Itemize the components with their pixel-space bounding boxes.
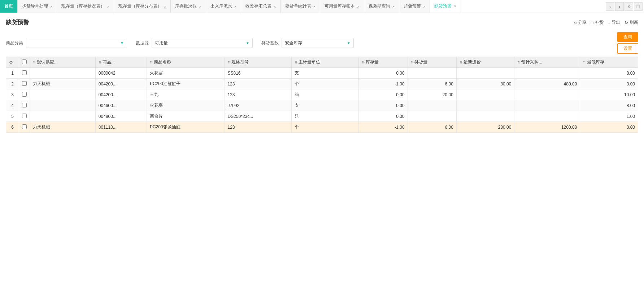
- row-est-purchase: [514, 89, 580, 100]
- datasource-filter: 数据源 可用量 ▼: [136, 38, 253, 48]
- row-checkbox-cell[interactable]: [19, 79, 30, 89]
- row-stock: 0.00: [359, 111, 408, 122]
- tab-prev-button[interactable]: ‹: [606, 2, 614, 11]
- close-icon[interactable]: ×: [313, 4, 316, 9]
- close-icon[interactable]: ×: [107, 4, 109, 9]
- close-icon[interactable]: ×: [50, 4, 52, 9]
- tab-bar: 首页 拣货异常处理 × 现存量（库存状况表） × 现存量（库存分布表） × 库存…: [0, 0, 644, 13]
- tab-shortage[interactable]: 缺货预警 ×: [430, 0, 461, 13]
- tab-flow[interactable]: 出入库流水 ×: [206, 0, 241, 13]
- tab-inventory-dist[interactable]: 现存量（库存分布表） ×: [114, 0, 171, 13]
- close-icon[interactable]: ×: [234, 4, 236, 9]
- column-est-purchase[interactable]: 预计采购...: [514, 57, 580, 68]
- table-row[interactable]: 1 0000042 火花塞 SS816 支 0.00 8.00: [6, 68, 638, 79]
- table-row[interactable]: 3 004200... 三九 123 箱 0.00 20.00 10.00: [6, 89, 638, 100]
- replenish-icon: □: [591, 20, 593, 25]
- refresh-button[interactable]: ↻ 刷新: [625, 19, 638, 26]
- export-label: 导出: [612, 19, 620, 26]
- column-min-stock[interactable]: 最低库存: [580, 57, 638, 68]
- row-latest-price: 80.00: [456, 79, 514, 89]
- column-product-name[interactable]: 商品名称: [147, 57, 225, 68]
- chevron-down-icon: ▼: [120, 41, 124, 45]
- export-button[interactable]: ↓ 导出: [608, 19, 620, 26]
- filter-actions: 查询 设置: [617, 32, 638, 54]
- row-replenish: [408, 68, 456, 79]
- row-replenish: 6.00: [408, 79, 456, 89]
- tab-expiry[interactable]: 保质期查询 ×: [364, 0, 399, 13]
- column-settings[interactable]: ⚙: [6, 57, 19, 68]
- row-checkbox-cell[interactable]: [19, 111, 30, 122]
- row-checkbox-cell[interactable]: [19, 68, 30, 79]
- row-checkbox-cell[interactable]: [19, 122, 30, 133]
- tab-inventory-status[interactable]: 现存量（库存状况表） ×: [57, 0, 114, 13]
- row-latest-price: [456, 89, 514, 100]
- row-spec: J7092: [225, 100, 292, 111]
- export-icon: ↓: [608, 20, 610, 25]
- row-est-purchase: 1200.00: [514, 122, 580, 133]
- share-button[interactable]: ⎋ 分享: [574, 19, 587, 26]
- share-label: 分享: [578, 19, 587, 26]
- replenish-base-value: 安全库存: [285, 40, 302, 46]
- row-checkbox[interactable]: [22, 92, 27, 97]
- filter-row: 商品分类 ▼ 数据源 可用量 ▼ 补货基数 安全库存 ▼ 查询 设置: [6, 32, 638, 54]
- close-icon[interactable]: ×: [274, 4, 276, 9]
- tab-label: 拣货异常处理: [22, 3, 48, 9]
- column-replenish[interactable]: 补货量: [408, 57, 456, 68]
- row-stock: -1.00: [359, 122, 408, 133]
- tab-receive[interactable]: 收发存汇总表 ×: [241, 0, 280, 13]
- row-checkbox[interactable]: [22, 70, 27, 75]
- row-checkbox[interactable]: [22, 124, 27, 129]
- row-checkbox-cell[interactable]: [19, 89, 30, 100]
- row-checkbox[interactable]: [22, 81, 27, 86]
- tab-available[interactable]: 可用量库存账本 ×: [320, 0, 364, 13]
- close-icon[interactable]: ×: [164, 4, 166, 9]
- column-product-code[interactable]: 商品...: [95, 57, 147, 68]
- table-row[interactable]: 6 力天机械 801110... PC200张紧油缸 123 个 -1.00 6…: [6, 122, 638, 133]
- row-min-stock: 1.00: [580, 111, 638, 122]
- select-all-checkbox[interactable]: [22, 59, 27, 64]
- column-supplier[interactable]: 默认供应...: [30, 57, 96, 68]
- column-latest-price[interactable]: 最新进价: [456, 57, 514, 68]
- row-checkbox[interactable]: [22, 103, 27, 107]
- category-select[interactable]: ▼: [26, 38, 127, 48]
- row-product-name: 三九: [147, 89, 225, 100]
- row-min-stock: 3.00: [580, 79, 638, 89]
- row-index: 2: [6, 79, 19, 89]
- row-checkbox-cell[interactable]: [19, 100, 30, 111]
- tab-next-button[interactable]: ›: [615, 2, 624, 11]
- replenish-base-filter: 补货基数 安全库存 ▼: [261, 38, 354, 48]
- close-icon[interactable]: ×: [357, 4, 359, 9]
- datasource-select[interactable]: 可用量 ▼: [152, 38, 253, 48]
- row-latest-price: [456, 111, 514, 122]
- replenish-button[interactable]: □ 补货: [591, 19, 604, 26]
- column-spec[interactable]: 规格型号: [225, 57, 292, 68]
- tab-abnormal[interactable]: 拣货异常处理 ×: [18, 0, 57, 13]
- replenish-base-select[interactable]: 安全库存 ▼: [282, 38, 354, 48]
- settings-button[interactable]: 设置: [617, 43, 638, 54]
- table-row[interactable]: 4 004600... 火花塞 J7092 支 0.00 8.00: [6, 100, 638, 111]
- row-product-name: 火花塞: [147, 100, 225, 111]
- row-checkbox[interactable]: [22, 114, 27, 118]
- tab-requisition[interactable]: 要货单统计表 ×: [281, 0, 320, 13]
- query-button[interactable]: 查询: [617, 32, 638, 42]
- close-icon[interactable]: ×: [423, 4, 425, 9]
- close-icon[interactable]: ×: [199, 4, 201, 9]
- row-latest-price: 200.00: [456, 122, 514, 133]
- tab-label: 现存量（库存分布表）: [118, 3, 162, 9]
- column-stock[interactable]: 库存量: [359, 57, 408, 68]
- row-replenish: 6.00: [408, 122, 456, 133]
- tab-overstock[interactable]: 超储预警 ×: [399, 0, 430, 13]
- tab-maximize-button[interactable]: □: [634, 2, 643, 11]
- column-unit[interactable]: 主计量单位: [292, 57, 359, 68]
- tab-batch[interactable]: 库存批次账 ×: [171, 0, 206, 13]
- row-spec: 123: [225, 122, 292, 133]
- tab-home[interactable]: 首页: [0, 0, 18, 13]
- close-icon[interactable]: ×: [454, 4, 456, 8]
- row-unit: 个: [292, 122, 359, 133]
- tab-label: 现存量（库存状况表）: [61, 3, 105, 9]
- tab-close-all-button[interactable]: ×: [625, 2, 633, 11]
- row-unit: 个: [292, 79, 359, 89]
- close-icon[interactable]: ×: [392, 4, 395, 9]
- table-row[interactable]: 5 004800... 离合片 DS250*23c... 只 0.00 1.00: [6, 111, 638, 122]
- table-row[interactable]: 2 力天机械 004200... PC200油缸缸子 123 个 -1.00 6…: [6, 79, 638, 89]
